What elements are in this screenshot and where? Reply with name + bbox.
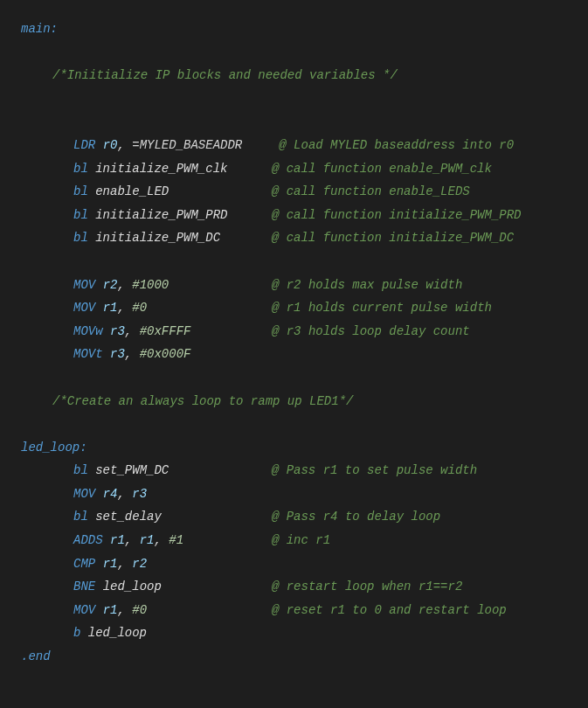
fn-set-pwm-dc: set_PWM_DC [95,463,169,477]
comment-block-init: /*Iniitialize IP blocks and needed varia… [52,68,398,82]
reg-r0: r0 [103,138,118,152]
reg-r1: r1 [103,603,118,617]
reg-r3: r3 [132,487,147,501]
reg-r1: r1 [103,301,118,315]
mnemonic-ldr: LDR [73,138,95,152]
comment-mov-r1: @ r1 holds current pulse width [272,301,492,315]
fn-enable-led: enable_LED [95,184,169,198]
mnemonic-bl: bl [73,510,88,524]
fn-init-pwm-prd: initialize_PWM_PRD [95,208,227,222]
mnemonic-movt: MOVt [73,347,103,361]
mnemonic-adds: ADDS [73,533,103,547]
reg-r3: r3 [110,347,125,361]
label-main: main: [21,22,58,36]
lit-baseaddr: =MYLED_BASEADDR [132,138,242,152]
mnemonic-cmp: CMP [73,557,95,571]
mnemonic-bl: bl [73,208,88,222]
fn-init-pwm-dc: initialize_PWM_DC [95,231,220,245]
comment-reset: @ reset r1 to 0 and restart loop [272,603,507,617]
reg-r2: r2 [103,278,118,292]
comment-movw: @ r3 holds loop delay count [272,324,470,338]
mnemonic-b: b [73,626,80,640]
code-block: main: /*Iniitialize IP blocks and needed… [21,17,567,669]
mnemonic-mov: MOV [73,301,95,315]
reg-r1: r1 [110,533,125,547]
lit-0: #0 [132,603,147,617]
comment-bl-enled: @ call function enable_LEDS [272,184,470,198]
fn-init-pwm-clk: initialize_PWM_clk [95,162,227,176]
mnemonic-mov: MOV [73,278,95,292]
comment-set-delay: @ Pass r4 to delay loop [272,510,440,524]
reg-r1: r1 [140,533,155,547]
label-end: .end [21,649,51,663]
lit-0: #0 [132,301,147,315]
reg-r4: r4 [103,487,118,501]
reg-r3: r3 [110,324,125,338]
comment-inc: @ inc r1 [272,533,330,547]
reg-r1: r1 [103,557,118,571]
comment-ldr: @ Load MYLED baseaddress into r0 [279,138,514,152]
comment-bne: @ restart loop when r1==r2 [272,580,462,593]
comment-bl-dc: @ call function initialize_PWM_DC [272,231,514,245]
comment-bl-pwmclk: @ call function enable_PWM_clk [272,162,492,176]
mnemonic-mov: MOV [73,603,95,617]
lit-1000: #1000 [132,278,169,292]
mnemonic-bl: bl [73,463,88,477]
comment-set-dc: @ Pass r1 to set pulse width [272,463,477,477]
mnemonic-bl: bl [73,162,88,176]
mnemonic-mov: MOV [73,487,95,501]
lit-1: #1 [169,533,183,547]
fn-led-loop: led_loop [103,580,162,593]
fn-led-loop: led_loop [88,626,147,640]
mnemonic-bne: BNE [73,580,95,593]
reg-r2: r2 [132,557,147,571]
label-ledloop: led_loop: [21,441,87,455]
fn-set-delay: set_delay [95,510,162,524]
mnemonic-movw: MOVw [73,324,103,338]
comment-mov-r2: @ r2 holds max pulse width [272,278,462,292]
comment-block-loop: /*Create an always loop to ramp up LED1*… [52,394,353,408]
lit-000f: #0x000F [140,347,191,361]
mnemonic-bl: bl [73,231,88,245]
comment-bl-prd: @ call function initialize_PWM_PRD [272,208,522,222]
lit-ffff: #0xFFFF [140,324,191,338]
mnemonic-bl: bl [73,184,88,198]
